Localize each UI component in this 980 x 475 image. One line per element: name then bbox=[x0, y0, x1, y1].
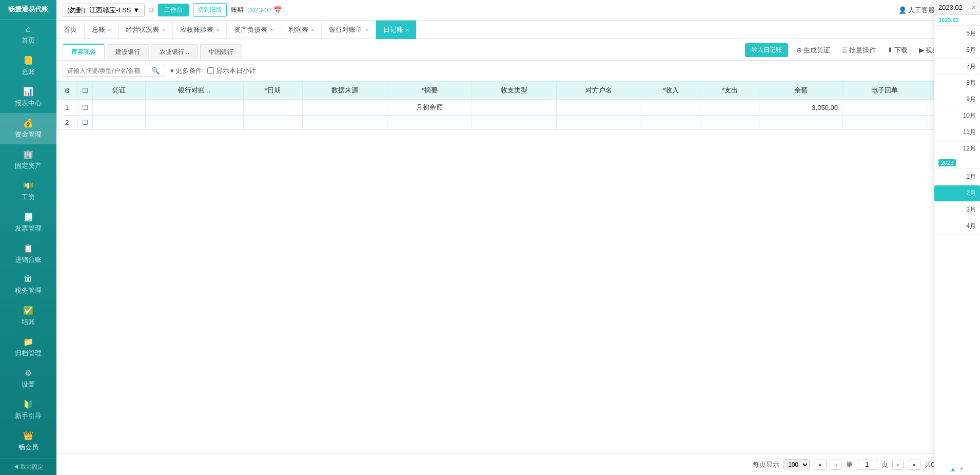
search-icon[interactable]: 🔍 bbox=[151, 67, 160, 74]
last-page-button[interactable]: » bbox=[908, 460, 920, 470]
sidebar-item-purchase[interactable]: 📋 进销台账 bbox=[0, 238, 56, 270]
subtab-bar: 库存现金 建设银行 农业银行... 中国银行 导入日记账 ⊕ 生成凭证 ☰ 批量… bbox=[56, 39, 980, 61]
th-check[interactable]: ☐ bbox=[77, 82, 93, 100]
month-item-2022-8[interactable]: 8月 bbox=[934, 75, 980, 91]
month-item-2022-10[interactable]: 10月 bbox=[934, 108, 980, 124]
month-item-2022-7[interactable]: 7月 bbox=[934, 59, 980, 75]
profit-tab-label: 利润表 bbox=[288, 25, 308, 34]
sidebar-item-tax[interactable]: 🏛 税务管理 bbox=[0, 270, 56, 300]
sidebar-item-settings[interactable]: ⚙ 设置 bbox=[0, 363, 56, 394]
sidebar-item-reports[interactable]: 📊 报表中心 bbox=[0, 82, 56, 113]
search-box[interactable]: 🔍 bbox=[63, 65, 165, 77]
sidebar-logo: 畅捷通易代账 bbox=[0, 0, 56, 20]
tab-business[interactable]: 经营状况表 × bbox=[119, 21, 172, 39]
bank-statement-tab-close[interactable]: × bbox=[365, 27, 368, 33]
subtab-cash[interactable]: 库存现金 bbox=[63, 44, 105, 60]
receivable-tab-close[interactable]: × bbox=[216, 27, 219, 33]
import-journal-button[interactable]: 导入日记账 bbox=[745, 43, 788, 57]
generate-voucher-button[interactable]: ⊕ 生成凭证 bbox=[793, 44, 833, 56]
month-item-2023-3[interactable]: 3月 bbox=[934, 202, 980, 218]
subtab-abc[interactable]: 农业银行... bbox=[151, 44, 198, 60]
tab-assets[interactable]: 资产负债表 × bbox=[227, 21, 281, 39]
sidebar-item-guide[interactable]: 🔰 新手引导 bbox=[0, 394, 56, 426]
batch-operation-button[interactable]: ☰ 批量操作 bbox=[838, 44, 879, 56]
tab-bank-statement[interactable]: 银行对账单 × bbox=[322, 21, 376, 39]
show-today-checkbox[interactable]: 显示本日小计 bbox=[207, 66, 256, 75]
sidebar-item-settle[interactable]: ✅ 结账 bbox=[0, 300, 56, 332]
copy-icon[interactable]: ⧉ bbox=[149, 6, 154, 14]
tab-home[interactable]: 首页 bbox=[56, 21, 85, 39]
th-income: *收入 bbox=[641, 82, 700, 100]
page-size-select[interactable]: 100 50 200 bbox=[783, 459, 810, 470]
month-item-2023-4[interactable]: 4月 bbox=[934, 218, 980, 235]
workbench-button[interactable]: 工作台 bbox=[158, 4, 189, 16]
page-input[interactable] bbox=[857, 460, 877, 470]
today-checkbox-input[interactable] bbox=[207, 67, 214, 74]
td-check[interactable]: ☐ bbox=[77, 116, 93, 130]
profit-tab-close[interactable]: × bbox=[311, 27, 314, 33]
company-selector[interactable]: (勿删）江西赣宝-LSS ▼ bbox=[63, 4, 145, 17]
settings-icon: ⚙ bbox=[25, 368, 32, 378]
sidebar-item-capital[interactable]: 💰 资金管理 bbox=[0, 113, 56, 144]
month-item-2022-12[interactable]: 12月 bbox=[934, 141, 980, 157]
tab-ledger[interactable]: 总账 × bbox=[85, 21, 119, 39]
guide-icon: 🔰 bbox=[23, 400, 33, 409]
more-conditions-label: 更多条件 bbox=[175, 66, 202, 75]
tab-profit[interactable]: 利润表 × bbox=[281, 21, 322, 39]
service-icon: 👤 bbox=[898, 6, 907, 14]
subtab-boc[interactable]: 中国银行 bbox=[200, 44, 242, 60]
month-nav-bottom: ▲ ▼ bbox=[934, 463, 980, 475]
more-conditions-button[interactable]: ▾ 更多条件 bbox=[170, 66, 202, 75]
sidebar-item-label: 发票管理 bbox=[15, 224, 42, 233]
switch-button[interactable]: 切到旧版 bbox=[193, 3, 227, 17]
tab-receivable[interactable]: 应收账龄表 × bbox=[173, 21, 227, 39]
td-summary bbox=[387, 116, 472, 130]
business-tab-label: 经营状况表 bbox=[126, 25, 159, 34]
th-e-bill: 电子回单 bbox=[842, 82, 927, 100]
search-input[interactable] bbox=[67, 67, 149, 74]
month-item-2023-1[interactable]: 1月 bbox=[934, 169, 980, 185]
tab-journal[interactable]: 日记账 × bbox=[376, 21, 417, 39]
next-page-button[interactable]: › bbox=[892, 460, 904, 470]
month-item-2022-9[interactable]: 9月 bbox=[934, 91, 980, 108]
sidebar: 畅捷通易代账 ⌂ 首页 📒 总账 📊 报表中心 💰 资金管理 🏢 固定资产 💵 … bbox=[0, 0, 56, 475]
download-button[interactable]: ⬇ 下载 bbox=[884, 44, 911, 56]
purchase-icon: 📋 bbox=[23, 243, 33, 253]
subtab-ccb[interactable]: 建设银行 bbox=[107, 44, 149, 60]
month-item-2023-2[interactable]: 2月 bbox=[934, 185, 980, 202]
journal-tab-close[interactable]: × bbox=[406, 27, 409, 33]
td-check[interactable]: ☐ bbox=[77, 100, 93, 116]
th-settings[interactable]: ⚙ bbox=[57, 82, 77, 100]
td-e-bill bbox=[842, 100, 927, 116]
download-label: 下载 bbox=[894, 46, 908, 55]
first-page-button[interactable]: « bbox=[814, 460, 827, 470]
period-value[interactable]: 2023-02 📅 bbox=[247, 6, 282, 14]
sidebar-item-ledger[interactable]: 📒 总账 bbox=[0, 50, 56, 82]
month-item-2022-11[interactable]: 11月 bbox=[934, 124, 980, 141]
business-tab-close[interactable]: × bbox=[162, 27, 165, 33]
sidebar-item-member[interactable]: 👑 畅会员 bbox=[0, 426, 56, 457]
tax-icon: 🏛 bbox=[24, 275, 32, 284]
sidebar-item-payroll[interactable]: 💵 工资 bbox=[0, 176, 56, 207]
sidebar-item-invoice[interactable]: 🧾 发票管理 bbox=[0, 207, 56, 238]
sidebar-item-label: 结账 bbox=[22, 317, 35, 327]
td-counterpart bbox=[557, 116, 641, 130]
prev-page-button[interactable]: ‹ bbox=[831, 460, 842, 470]
nav-down-icon[interactable]: ▼ bbox=[958, 465, 965, 473]
sidebar-unpin-button[interactable]: ◀ 取消固定 bbox=[0, 459, 56, 475]
sidebar-item-home[interactable]: ⌂ 首页 bbox=[0, 20, 56, 50]
table-row: 1 ☐ 月初余额 3,050.00 bbox=[57, 100, 980, 116]
td-income bbox=[641, 100, 700, 116]
generate-label: 生成凭证 bbox=[803, 46, 830, 55]
sidebar-item-archive[interactable]: 📁 归档管理 bbox=[0, 332, 56, 363]
td-income bbox=[641, 116, 700, 130]
customer-service-button[interactable]: 👤 人工客服 bbox=[898, 6, 935, 15]
assets-tab-close[interactable]: × bbox=[270, 27, 273, 33]
month-item-2022-6[interactable]: 6月 bbox=[934, 42, 980, 59]
nav-up-icon[interactable]: ▲ bbox=[950, 465, 956, 473]
ledger-tab-close[interactable]: × bbox=[108, 27, 111, 33]
sidebar-item-assets[interactable]: 🏢 固定资产 bbox=[0, 144, 56, 176]
td-date bbox=[243, 116, 302, 130]
main-panel: 库存现金 建设银行 农业银行... 中国银行 导入日记账 ⊕ 生成凭证 ☰ 批量… bbox=[56, 39, 980, 475]
company-name: (勿删）江西赣宝-LSS bbox=[67, 6, 131, 15]
